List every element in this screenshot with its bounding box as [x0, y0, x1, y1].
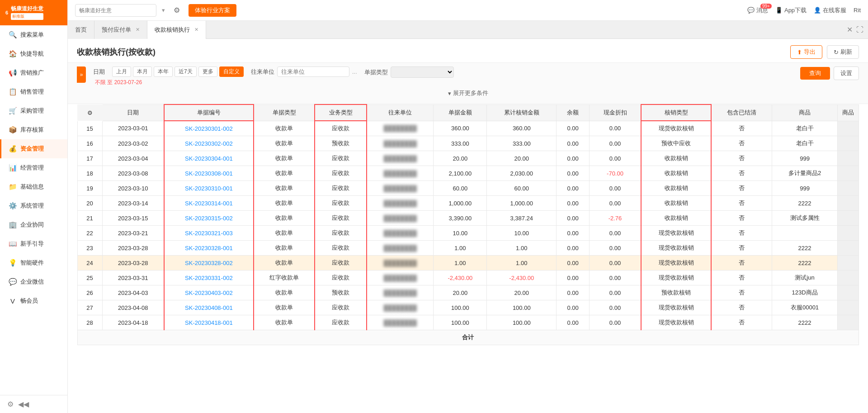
last-month-btn[interactable]: 上月 [112, 66, 131, 77]
sidebar-item-marketing[interactable]: 📢营销推广 [0, 63, 67, 82]
dropdown-icon[interactable]: ▾ [162, 7, 165, 14]
sidebar-item-wechat[interactable]: 💬企业微信 [0, 272, 67, 291]
export-button[interactable]: ⬆ 导出 [790, 45, 822, 59]
bill-no-link[interactable]: SK-20230304-001 [185, 155, 233, 162]
refresh-button[interactable]: ↻ 刷新 [827, 45, 859, 59]
bill-no-link[interactable]: SK-20230403-002 [185, 290, 233, 296]
bill-no-link[interactable]: SK-20230308-001 [185, 170, 233, 177]
row-bill-no: SK-20230310-001 [164, 181, 254, 196]
bill-no-link[interactable]: SK-20230301-002 [185, 125, 233, 132]
sidebar-item-guide[interactable]: 📖新手引导 [0, 234, 67, 253]
sidebar-item-enterprise[interactable]: 🏢企业协同 [0, 215, 67, 234]
sidebar-item-hardware[interactable]: 💡智能硬件 [0, 253, 67, 272]
more-date-btn[interactable]: 更多 [198, 66, 217, 77]
col-settings[interactable]: ⚙ [77, 104, 102, 121]
row-bill-amount: 20.00 [434, 285, 487, 300]
purchase-icon: 🛒 [9, 107, 17, 115]
row-cash-discount: 0.00 [590, 226, 641, 241]
sidebar-label-operations: 经营管理 [20, 164, 44, 172]
row-partner: ████████ [367, 271, 434, 285]
table-row: 15 2023-03-01 SK-20230301-002 收款单 应收款 ██… [77, 121, 859, 136]
row-bill-type: 收款单 [254, 136, 315, 151]
sidebar-item-basic[interactable]: 📁基础信息 [0, 177, 67, 196]
gear-icon[interactable]: ⚙ [170, 4, 183, 17]
bill-no-link[interactable]: SK-20230302-002 [185, 140, 233, 147]
settings-icon[interactable]: ⚙ [7, 400, 14, 408]
tab-close-prepay[interactable]: ✕ [136, 27, 140, 33]
sidebar-item-member[interactable]: V畅会员 [0, 291, 67, 310]
bill-type-label: 单据类型 [364, 68, 388, 76]
footer-total-label: 合计 [77, 330, 859, 345]
last-7-days-btn[interactable]: 近7天 [175, 66, 197, 77]
row-biz-type: 应收款 [315, 211, 367, 226]
row-balance: 0.00 [557, 271, 590, 285]
sidebar-label-sales: 销售管理 [20, 88, 44, 96]
expand-more-conditions[interactable]: ▾ 展开更多条件 [77, 86, 859, 100]
this-year-btn[interactable]: 本年 [154, 66, 173, 77]
partner-more-icon[interactable]: ... [352, 68, 357, 75]
online-service-btn[interactable]: 👤 在线客服 [814, 6, 846, 14]
bill-no-link[interactable]: SK-20230408-001 [185, 304, 233, 311]
expand-window-icon[interactable]: ⛶ [856, 26, 863, 34]
bill-no-link[interactable]: SK-20230310-001 [185, 185, 233, 192]
row-partner: ████████ [367, 211, 434, 226]
table-row: 25 2023-03-31 SK-20230331-002 红字收款单 应收款 … [77, 271, 859, 285]
bill-no-link[interactable]: SK-20230314-001 [185, 200, 233, 207]
tab-home[interactable]: 首页 [68, 21, 94, 39]
row-verify-type: 预收中应收 [641, 136, 711, 151]
row-balance: 0.00 [557, 226, 590, 241]
bill-no-link[interactable]: SK-20230315-002 [185, 215, 233, 222]
filter-bill-type-group: 单据类型 [364, 66, 454, 78]
col-partner: 往来单位 [367, 104, 434, 121]
bill-type-select[interactable] [391, 66, 454, 78]
row-bill-amount: 3,390.00 [434, 211, 487, 226]
sidebar-item-sales[interactable]: 📋销售管理 [0, 82, 67, 101]
sidebar-label-member: 畅会员 [20, 297, 38, 305]
app-download-btn[interactable]: 📱 App下载 [775, 6, 807, 14]
bill-no-link[interactable]: SK-20230328-002 [185, 260, 233, 266]
sidebar-item-search[interactable]: 🔍搜索菜单 [0, 25, 67, 44]
sidebar-item-quicknav[interactable]: 🏠快捷导航 [0, 44, 67, 63]
tabbar: 首页预付应付单✕收款核销执行✕ ✕ ⛶ [68, 21, 868, 39]
filter-action-btns: 查询 设置 [800, 66, 859, 80]
partner-input[interactable] [277, 66, 349, 77]
setting-button[interactable]: 设置 [834, 66, 859, 80]
row-include-settled: 否 [711, 181, 772, 196]
row-bill-type: 收款单 [254, 226, 315, 241]
tab-close-collection[interactable]: ✕ [194, 27, 198, 33]
message-btn[interactable]: 💬 消息 99+ [747, 6, 768, 14]
row-biz-type: 应收款 [315, 300, 367, 315]
user-name[interactable]: Rit [854, 7, 861, 14]
solution-button[interactable]: 体验行业方案 [189, 4, 236, 17]
bill-no-link[interactable]: SK-20230328-001 [185, 245, 233, 252]
filter-collapse-btn[interactable]: » [77, 66, 86, 83]
bill-no-link[interactable]: SK-20230321-003 [185, 230, 233, 237]
tab-collection[interactable]: 收款核销执行✕ [147, 21, 206, 39]
col-verify-type: 核销类型 [641, 104, 711, 121]
close-window-icon[interactable]: ✕ [847, 25, 853, 34]
row-cumulative: 1.00 [487, 241, 557, 256]
collapse-icon[interactable]: ◀◀ [18, 400, 29, 408]
this-month-btn[interactable]: 本月 [133, 66, 152, 77]
row-biz-type: 应收款 [315, 181, 367, 196]
sidebar-item-operations[interactable]: 📊经营管理 [0, 158, 67, 177]
row-date: 2023-03-15 [102, 211, 164, 226]
row-goods-thumb [838, 196, 859, 211]
row-date: 2023-03-21 [102, 226, 164, 241]
tab-prepay[interactable]: 预付应付单✕ [94, 21, 147, 39]
sidebar-item-purchase[interactable]: 🛒采购管理 [0, 101, 67, 120]
sidebar-bottom: ⚙ ◀◀ [0, 395, 67, 413]
query-button[interactable]: 查询 [800, 67, 830, 80]
row-bill-no: SK-20230331-002 [164, 271, 254, 285]
sidebar-item-system[interactable]: ⚙️系统管理 [0, 196, 67, 215]
row-goods: 999 [772, 151, 838, 166]
topbar-search-input[interactable] [75, 4, 156, 17]
sidebar-item-inventory[interactable]: 📦库存核算 [0, 120, 67, 139]
bill-no-link[interactable]: SK-20230418-001 [185, 319, 233, 326]
custom-date-btn[interactable]: 自定义 [219, 66, 244, 77]
row-include-settled: 否 [711, 211, 772, 226]
sidebar-item-finance[interactable]: 💰资金管理 [0, 139, 67, 158]
row-cash-discount: 0.00 [590, 121, 641, 136]
row-bill-amount: 100.00 [434, 300, 487, 315]
bill-no-link[interactable]: SK-20230331-002 [185, 275, 233, 281]
